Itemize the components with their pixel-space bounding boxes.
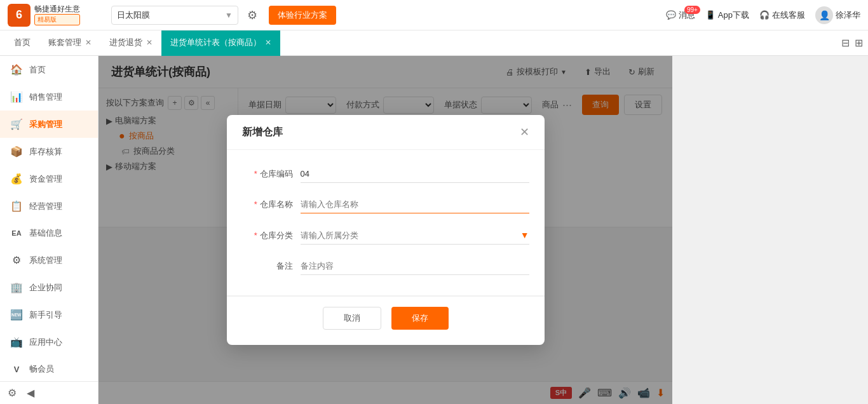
modal-footer: 取消 保存 <box>227 296 545 345</box>
form-row-name: 仓库名称 <box>242 196 529 213</box>
sidebar-item-home[interactable]: 🏠 首页 <box>0 56 98 83</box>
tab-purchase-return-label: 进货退货 <box>109 37 142 48</box>
basic-icon: EA <box>10 229 23 237</box>
sidebar: 🏠 首页 📊 销售管理 🛒 采购管理 📦 库存核算 💰 资金管理 📋 经营管理 … <box>0 56 98 404</box>
search-input[interactable] <box>117 10 221 20</box>
operation-icon: 📋 <box>10 200 23 212</box>
sidebar-item-inventory[interactable]: 📦 库存核算 <box>0 138 98 165</box>
category-dropdown-icon[interactable]: ▼ <box>520 230 529 240</box>
sidebar-settings-icon[interactable]: ⚙ <box>8 387 17 399</box>
sidebar-item-enterprise[interactable]: 🏢 企业协同 <box>0 274 98 301</box>
sidebar-bottom: ⚙ ◀ <box>0 381 98 404</box>
edition-badge: 精易版 <box>34 14 80 25</box>
mobile-icon: 📱 <box>705 10 715 20</box>
main-layout: 🏠 首页 📊 销售管理 🛒 采购管理 📦 库存核算 💰 资金管理 📋 经营管理 … <box>0 56 868 404</box>
tab-purchase-return[interactable]: 进货退货 ✕ <box>100 30 161 56</box>
avatar: 👤 <box>815 6 833 24</box>
tab-accounts[interactable]: 账套管理 ✕ <box>39 30 100 56</box>
sidebar-item-operation[interactable]: 📋 经营管理 <box>0 192 98 220</box>
header-right: 💬 消息 99+ 📱 App下载 🎧 在线客服 👤 徐泽华 <box>666 6 860 24</box>
modal-body: 仓库编码 仓库名称 仓库分类 ▼ <box>227 150 545 295</box>
message-icon: 💬 <box>666 10 676 20</box>
tab-fullscreen-icon[interactable]: ⊞ <box>855 37 863 49</box>
sidebar-item-sales[interactable]: 📊 销售管理 <box>0 83 98 111</box>
remark-label: 备注 <box>242 260 293 272</box>
tab-right-icons: ⊟ ⊞ <box>841 37 863 49</box>
home-icon: 🏠 <box>10 64 23 76</box>
sidebar-item-operation-label: 经营管理 <box>29 201 62 212</box>
inventory-icon: 📦 <box>10 145 23 158</box>
sidebar-item-enterprise-label: 企业协同 <box>29 282 62 293</box>
sidebar-item-guide[interactable]: 🆕 新手引导 <box>0 301 98 328</box>
top-header: 6 畅捷通好生意 精易版 ▼ ⚙ 体验行业方案 💬 消息 99+ 📱 App下载… <box>0 0 868 30</box>
username-label: 徐泽华 <box>836 10 860 21</box>
save-button[interactable]: 保存 <box>391 307 449 330</box>
modal-close-icon[interactable]: ✕ <box>520 125 529 139</box>
trial-button[interactable]: 体验行业方案 <box>269 6 336 25</box>
remark-input[interactable] <box>301 257 529 275</box>
message-icon-item[interactable]: 💬 消息 99+ <box>666 10 695 21</box>
modal-overlay[interactable]: 新增仓库 ✕ 仓库编码 仓库名称 仓库分类 <box>98 56 672 404</box>
logo-area: 6 畅捷通好生意 精易版 <box>8 4 106 27</box>
tab-purchase-return-close[interactable]: ✕ <box>146 38 153 47</box>
sidebar-item-system[interactable]: ⚙ 系统管理 <box>0 246 98 274</box>
brand-name: 畅捷通好生意 <box>34 4 80 15</box>
category-select-row[interactable]: ▼ <box>301 226 529 245</box>
sidebar-item-home-label: 首页 <box>29 64 46 76</box>
tab-accounts-label: 账套管理 <box>48 37 81 48</box>
tab-purchase-stat-close[interactable]: ✕ <box>265 38 271 47</box>
sidebar-item-guide-label: 新手引导 <box>29 309 62 321</box>
purchase-icon: 🛒 <box>10 118 23 130</box>
sidebar-item-sales-label: 销售管理 <box>29 91 62 103</box>
user-avatar-item[interactable]: 👤 徐泽华 <box>815 6 860 24</box>
tab-home[interactable]: 首页 <box>5 30 39 56</box>
headset-icon: 🎧 <box>759 10 770 20</box>
app-logo-icon: 6 <box>8 4 31 27</box>
cancel-button[interactable]: 取消 <box>323 307 381 330</box>
modal-title: 新增仓库 <box>242 126 283 139</box>
modal-header: 新增仓库 ✕ <box>227 115 545 150</box>
tab-purchase-stat-label: 进货单统计表（按商品） <box>170 37 261 48</box>
app-center-icon: 📺 <box>10 336 23 348</box>
sales-icon: 📊 <box>10 91 23 103</box>
sidebar-item-member[interactable]: V 畅会员 <box>0 356 98 382</box>
app-download-item[interactable]: 📱 App下载 <box>705 10 749 21</box>
sidebar-item-finance[interactable]: 💰 资金管理 <box>0 165 98 192</box>
sidebar-item-app-center[interactable]: 📺 应用中心 <box>0 328 98 356</box>
header-search-box[interactable]: ▼ <box>111 6 238 25</box>
sidebar-collapse-icon[interactable]: ◀ <box>27 387 34 399</box>
sidebar-item-system-label: 系统管理 <box>29 255 62 266</box>
modal-new-warehouse: 新增仓库 ✕ 仓库编码 仓库名称 仓库分类 <box>227 115 545 345</box>
category-label: 仓库分类 <box>242 230 293 241</box>
online-service-item[interactable]: 🎧 在线客服 <box>759 10 805 21</box>
code-label: 仓库编码 <box>242 168 293 180</box>
form-row-category: 仓库分类 ▼ <box>242 226 529 245</box>
form-row-code: 仓库编码 <box>242 165 529 183</box>
name-input[interactable] <box>301 196 529 213</box>
page-content: 进货单统计(按商品) 🖨 按模板打印 ▼ ⬆ 导出 ↻ 刷新 <box>98 56 672 404</box>
sidebar-item-basic[interactable]: EA 基础信息 <box>0 220 98 246</box>
search-dropdown-icon[interactable]: ▼ <box>225 11 233 20</box>
category-input[interactable] <box>301 231 518 240</box>
sidebar-item-basic-label: 基础信息 <box>29 227 62 239</box>
guide-icon: 🆕 <box>10 309 23 321</box>
sidebar-item-member-label: 畅会员 <box>29 363 54 375</box>
sidebar-item-purchase-label: 采购管理 <box>29 119 62 130</box>
member-icon: V <box>10 365 23 374</box>
enterprise-icon: 🏢 <box>10 281 23 293</box>
code-input[interactable] <box>301 165 529 183</box>
online-service-label: 在线客服 <box>772 10 805 21</box>
sidebar-item-finance-label: 资金管理 <box>29 173 62 185</box>
tab-accounts-close[interactable]: ✕ <box>85 38 92 47</box>
form-row-remark: 备注 <box>242 257 529 275</box>
app-download-label: App下载 <box>718 10 749 21</box>
sidebar-item-purchase[interactable]: 🛒 采购管理 <box>0 111 98 138</box>
tab-purchase-stat[interactable]: 进货单统计表（按商品） ✕ <box>161 30 280 56</box>
sidebar-item-inventory-label: 库存核算 <box>29 146 62 158</box>
sidebar-item-app-center-label: 应用中心 <box>29 337 62 348</box>
message-badge: 99+ <box>684 6 700 14</box>
tab-restore-icon[interactable]: ⊟ <box>841 37 850 49</box>
tab-bar: 首页 账套管理 ✕ 进货退货 ✕ 进货单统计表（按商品） ✕ ⊟ ⊞ <box>0 30 868 56</box>
name-label: 仓库名称 <box>242 199 293 210</box>
settings-icon[interactable]: ⚙ <box>243 8 261 22</box>
